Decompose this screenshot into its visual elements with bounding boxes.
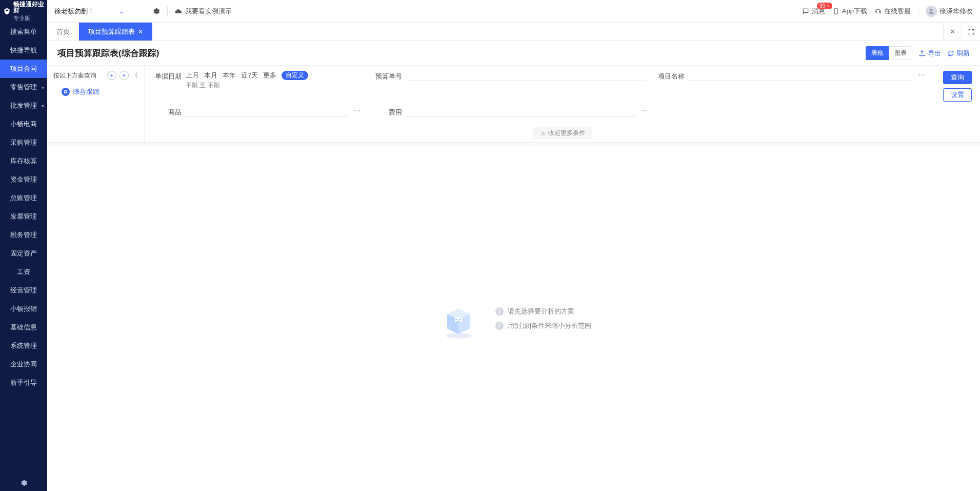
- project-picker-icon[interactable]: ···: [916, 71, 928, 78]
- sidebar-item-label: 零售管理: [10, 83, 37, 92]
- project-input[interactable]: [689, 71, 913, 81]
- svg-rect-5: [456, 321, 460, 321]
- sidebar-item-label: 采购管理: [10, 138, 37, 147]
- sidebar-item[interactable]: 税务管理: [0, 226, 47, 244]
- project-label: 项目名称: [656, 71, 685, 81]
- date-quick-option[interactable]: 本月: [204, 71, 217, 80]
- sidebar-item[interactable]: 系统管理: [0, 337, 47, 355]
- export-button[interactable]: 导出: [918, 49, 941, 58]
- filter-form: 单据日期 上月本月本年近7天更多自定义 不限 至 不限 预算单号 项目名称 ··: [145, 66, 980, 142]
- budget-no-input[interactable]: [406, 71, 646, 81]
- fullscreen-icon: [968, 28, 975, 35]
- sidebar-item[interactable]: 零售管理▾: [0, 78, 47, 96]
- tab-bar: 首页项目预算跟踪表✕ ✕: [47, 23, 980, 41]
- scheme-item[interactable]: 综合跟踪: [53, 87, 138, 96]
- sidebar-item[interactable]: 搜索菜单: [0, 23, 47, 41]
- sidebar-item[interactable]: 新手引导: [0, 374, 47, 392]
- fullscreen-toggle[interactable]: [962, 23, 980, 41]
- sidebar-item[interactable]: 经营管理: [0, 281, 47, 300]
- date-quick-option[interactable]: 本年: [223, 71, 236, 80]
- scheme-settings-button[interactable]: [119, 71, 129, 80]
- tab-close-all[interactable]: ✕: [943, 23, 962, 41]
- collapse-more-label: 收起更多条件: [548, 129, 585, 138]
- view-chart-button[interactable]: 图表: [889, 46, 912, 60]
- date-quick-option[interactable]: 上月: [186, 71, 199, 80]
- sidebar-item[interactable]: 企业协同: [0, 355, 47, 374]
- app-download-label: App下载: [842, 7, 867, 16]
- messages-badge: 99 +: [817, 3, 832, 9]
- product-picker-icon[interactable]: ···: [352, 107, 363, 114]
- brand-icon: [3, 7, 11, 16]
- sidebar-item[interactable]: 小畅电商: [0, 115, 47, 133]
- close-icon[interactable]: ✕: [138, 28, 143, 35]
- demo-link-label: 我要看实例演示: [185, 7, 232, 16]
- fee-input[interactable]: [406, 107, 635, 117]
- sidebar-item-label: 搜索菜单: [10, 27, 37, 36]
- date-quick-option[interactable]: 自定义: [282, 71, 308, 80]
- sidebar-item-label: 固定资产: [10, 249, 37, 258]
- sidebar-item[interactable]: 发票管理: [0, 207, 47, 226]
- sidebar-item[interactable]: 项目合同: [0, 60, 47, 78]
- chevron-down-icon: ▾: [42, 103, 44, 109]
- empty-illustration-icon: [436, 296, 481, 341]
- sidebar-item[interactable]: 库存核算: [0, 152, 47, 170]
- refresh-label: 刷新: [956, 49, 970, 58]
- sidebar-item[interactable]: 快捷导航: [0, 41, 47, 60]
- collapse-scheme-panel[interactable]: 《: [132, 71, 138, 80]
- scheme-title: 按以下方案查询: [53, 71, 96, 80]
- sidebar-item-label: 小畅报销: [10, 304, 37, 313]
- brand-edition: 专业版: [13, 14, 44, 22]
- product-input[interactable]: [186, 107, 348, 117]
- step2-text: 用[过滤]条件来缩小分析范围: [508, 321, 591, 330]
- date-range-value: 不限 至 不限: [186, 81, 308, 90]
- date-quick-option[interactable]: 更多: [263, 71, 276, 80]
- sidebar-item[interactable]: 批发管理▾: [0, 96, 47, 115]
- sidebar-item[interactable]: 固定资产: [0, 244, 47, 263]
- export-icon: [918, 50, 926, 57]
- tab[interactable]: 项目预算跟踪表✕: [79, 23, 152, 41]
- messages-button[interactable]: 消息 99 +: [802, 7, 825, 16]
- add-scheme-button[interactable]: ＋: [107, 71, 116, 80]
- export-label: 导出: [928, 49, 941, 58]
- step-badge: 1: [495, 307, 504, 316]
- refresh-button[interactable]: 刷新: [947, 49, 970, 58]
- query-button[interactable]: 查询: [943, 71, 972, 84]
- empty-step-2: 2 用[过滤]条件来缩小分析范围: [495, 321, 591, 330]
- svg-rect-0: [834, 8, 837, 14]
- online-service-button[interactable]: 在线客服: [874, 7, 911, 16]
- sidebar-item-label: 批发管理: [10, 101, 37, 110]
- tenant-selector[interactable]: 徐老板勿删！ ⌄: [54, 7, 145, 16]
- view-table-button[interactable]: 表格: [866, 46, 889, 60]
- sidebar-item[interactable]: 工资: [0, 263, 47, 281]
- date-quick-option[interactable]: 近7天: [241, 71, 258, 80]
- sidebar-item[interactable]: 采购管理: [0, 133, 47, 152]
- scheme-panel: 按以下方案查询 ＋ 《 综合跟踪: [47, 66, 145, 142]
- sidebar-item[interactable]: 总账管理: [0, 189, 47, 207]
- sidebar-item-label: 资金管理: [10, 175, 37, 184]
- tab[interactable]: 首页: [47, 23, 79, 41]
- tenant-name: 徐老板勿删！: [54, 7, 94, 16]
- user-menu[interactable]: 徐泽华修改: [926, 6, 973, 17]
- step1-text: 请先选择要分析的方案: [508, 307, 574, 316]
- date-quick-options: 上月本月本年近7天更多自定义: [186, 71, 308, 80]
- chevron-down-icon: ⌄: [98, 8, 145, 15]
- settings-button[interactable]: 设置: [943, 88, 972, 102]
- tenant-settings-icon[interactable]: [152, 7, 160, 15]
- fee-picker-icon[interactable]: ···: [639, 107, 650, 114]
- collapse-more-conditions[interactable]: 收起更多条件: [533, 127, 592, 139]
- sidebar-item[interactable]: 资金管理: [0, 170, 47, 189]
- svg-rect-4: [459, 319, 462, 320]
- sidebar-item-label: 企业协同: [10, 360, 37, 369]
- results-area: 1 请先选择要分析的方案 2 用[过滤]条件来缩小分析范围: [47, 146, 980, 491]
- app-download-button[interactable]: App下载: [832, 7, 867, 16]
- demo-link[interactable]: 我要看实例演示: [175, 7, 232, 16]
- sidebar-settings-button[interactable]: [0, 475, 47, 491]
- sidebar-item[interactable]: 小畅报销: [0, 300, 47, 318]
- sidebar-item-label: 小畅电商: [10, 120, 37, 129]
- svg-rect-3: [456, 319, 458, 320]
- sidebar-item-label: 库存核算: [10, 156, 37, 166]
- date-label: 单据日期: [153, 71, 182, 81]
- brand-logo: 畅捷通好业财 专业版: [0, 0, 47, 23]
- filter-area: 按以下方案查询 ＋ 《 综合跟踪: [47, 66, 980, 143]
- sidebar-item[interactable]: 基础信息: [0, 318, 47, 337]
